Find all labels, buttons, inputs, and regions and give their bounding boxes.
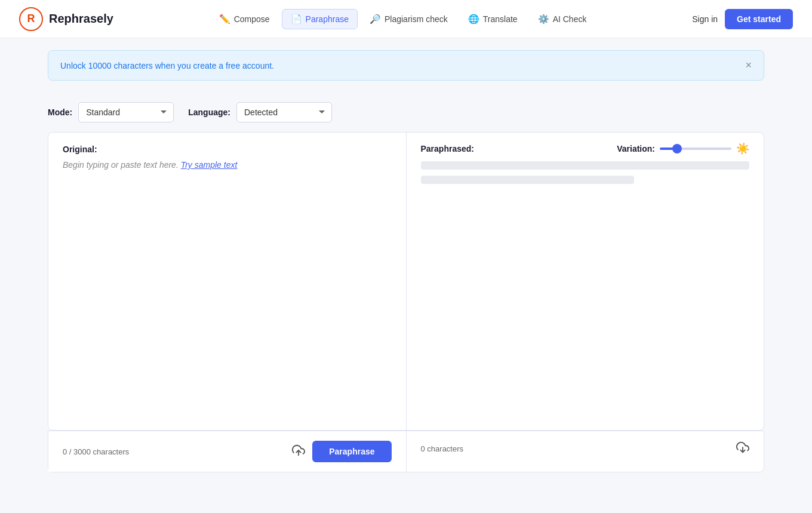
logo-icon: R (19, 7, 43, 31)
skeleton-line-2 (421, 176, 635, 184)
original-placeholder: Begin typing or paste text here. Try sam… (63, 160, 392, 170)
nav-plagiarism[interactable]: 🔎 Plagiarism check (361, 10, 456, 29)
nav-compose-label: Compose (234, 14, 270, 24)
language-control: Language: Detected English Spanish Frenc… (188, 102, 332, 122)
mode-select[interactable]: Standard Fluency Creative Formal Academi… (78, 102, 174, 122)
nav-paraphrase[interactable]: 📄 Paraphrase (282, 9, 358, 29)
get-started-button[interactable]: Get started (725, 9, 793, 29)
original-footer: 0 / 3000 characters Paraphrase (48, 431, 407, 472)
language-label: Language: (188, 107, 230, 117)
main-panel: Original: Begin typing or paste text her… (48, 132, 764, 431)
mode-label: Mode: (48, 107, 72, 117)
banner-close-button[interactable]: × (745, 59, 752, 72)
nav-translate[interactable]: 🌐 Translate (460, 10, 526, 29)
plagiarism-icon: 🔎 (370, 14, 381, 24)
try-sample-link[interactable]: Try sample text (181, 160, 238, 170)
main-nav: ✏️ Compose 📄 Paraphrase 🔎 Plagiarism che… (211, 9, 595, 29)
ai-check-icon: ⚙️ (538, 14, 549, 24)
paraphrased-body (407, 161, 764, 430)
original-footer-bar: 0 / 3000 characters Paraphrase (48, 431, 406, 472)
sign-in-button[interactable]: Sign in (692, 14, 718, 24)
footer-actions: Paraphrase (292, 441, 391, 462)
translate-icon: 🌐 (468, 14, 479, 24)
upload-button[interactable] (292, 444, 305, 460)
paraphrased-label: Paraphrased: (421, 144, 474, 153)
paraphrase-button[interactable]: Paraphrase (312, 441, 391, 462)
nav-plagiarism-label: Plagiarism check (385, 14, 448, 24)
char-count: 0 / 3000 characters (63, 447, 129, 456)
nav-translate-label: Translate (483, 14, 518, 24)
original-body: Begin typing or paste text here. Try sam… (48, 160, 406, 430)
right-char-count: 0 characters (421, 444, 464, 453)
banner-text: Unlock 10000 characters when you create … (60, 61, 274, 70)
paraphrase-icon: 📄 (291, 14, 302, 24)
logo-name: Rephrasely (49, 12, 113, 26)
variation-settings-icon[interactable]: ☀️ (736, 142, 749, 155)
logo[interactable]: R Rephrasely (19, 7, 113, 31)
paraphrased-header: Paraphrased: Variation: ☀️ (407, 133, 764, 161)
download-button[interactable] (736, 441, 749, 457)
variation-control: Variation: ☀️ (617, 142, 749, 155)
nav-paraphrase-label: Paraphrase (306, 14, 349, 24)
header-actions: Sign in Get started (692, 9, 793, 29)
variation-slider[interactable] (660, 148, 731, 150)
nav-compose[interactable]: ✏️ Compose (211, 10, 278, 29)
paraphrased-footer: 0 characters (407, 431, 764, 472)
variation-label-text: Variation: (617, 144, 655, 153)
compose-icon: ✏️ (219, 14, 230, 24)
language-select[interactable]: Detected English Spanish French German I… (236, 102, 332, 122)
controls-bar: Mode: Standard Fluency Creative Formal A… (0, 93, 812, 132)
nav-ai-check[interactable]: ⚙️ AI Check (530, 10, 595, 29)
header: R Rephrasely ✏️ Compose 📄 Paraphrase 🔎 P… (0, 0, 812, 38)
original-panel: Original: Begin typing or paste text her… (48, 133, 407, 430)
footer-panels: 0 / 3000 characters Paraphrase 0 charact… (48, 431, 764, 472)
original-header: Original: (48, 133, 406, 160)
mode-control: Mode: Standard Fluency Creative Formal A… (48, 102, 174, 122)
promo-banner: Unlock 10000 characters when you create … (48, 50, 764, 81)
paraphrased-panel: Paraphrased: Variation: ☀️ (407, 133, 764, 430)
skeleton-line-1 (421, 161, 750, 170)
paraphrased-footer-bar: 0 characters (407, 431, 764, 466)
nav-ai-check-label: AI Check (553, 14, 587, 24)
